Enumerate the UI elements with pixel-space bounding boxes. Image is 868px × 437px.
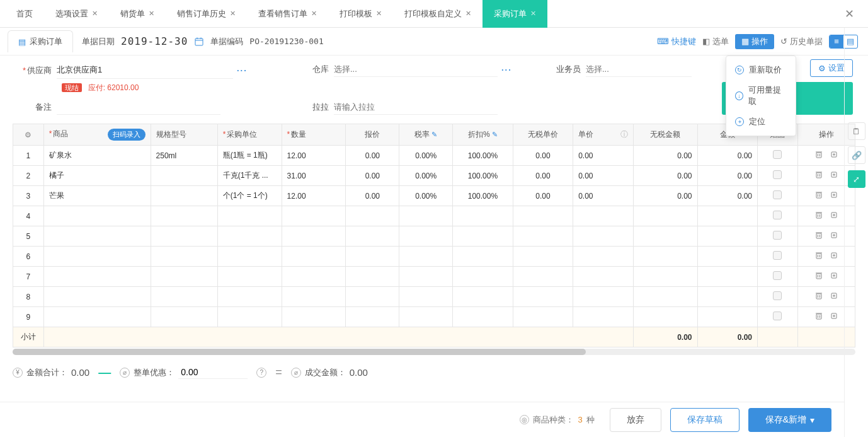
supplier-value[interactable]: 北京供应商1 <box>57 64 102 76</box>
cell-price[interactable] <box>573 307 634 327</box>
delete-row-icon[interactable] <box>814 271 823 280</box>
cell-spec[interactable] <box>151 307 217 327</box>
cell-discount[interactable] <box>453 267 513 287</box>
rail-note-icon[interactable]: 🗒 <box>848 122 865 140</box>
edit-icon[interactable]: ✎ <box>492 131 498 138</box>
delete-row-icon[interactable] <box>814 312 823 320</box>
cell-tax[interactable]: 0.00% <box>399 166 453 186</box>
cell-amount[interactable] <box>697 307 758 327</box>
col-gear[interactable]: ⚙ <box>13 124 44 146</box>
dropdown-available[interactable]: ↓可用量提取 <box>726 80 796 112</box>
col-notax-price[interactable]: 无税单价 <box>513 124 573 146</box>
cell-quote[interactable] <box>346 267 399 287</box>
gift-checkbox[interactable] <box>773 170 782 179</box>
rail-expand-icon[interactable]: ⤢ <box>848 170 865 188</box>
cell-discount[interactable] <box>453 287 513 307</box>
delete-row-icon[interactable] <box>814 150 823 159</box>
cell-discount[interactable] <box>453 226 513 247</box>
cell-spec[interactable] <box>151 206 217 226</box>
cell-gift[interactable] <box>758 206 798 226</box>
table-row[interactable]: 1矿泉水250ml瓶(1瓶 = 1瓶)12.000.000.00%100.00%… <box>13 146 855 166</box>
cell-tax[interactable] <box>399 247 453 267</box>
gift-checkbox[interactable] <box>773 231 782 240</box>
cell-price[interactable] <box>573 247 634 267</box>
remark-input[interactable] <box>57 102 220 112</box>
cell-notax-price[interactable] <box>513 267 573 287</box>
cell-unit[interactable] <box>217 307 282 327</box>
cell-tax[interactable] <box>399 206 453 226</box>
cell-quote[interactable]: 0.00 <box>346 166 399 186</box>
cell-unit[interactable] <box>217 287 282 307</box>
delete-row-icon[interactable] <box>814 170 823 179</box>
table-row[interactable]: 6 <box>13 247 855 267</box>
lala-input[interactable] <box>334 102 498 112</box>
copy-row-icon[interactable] <box>830 211 838 219</box>
cell-product[interactable]: 矿泉水 <box>43 146 151 166</box>
cell-product[interactable] <box>43 287 151 307</box>
col-spec[interactable]: 规格型号 <box>151 124 217 146</box>
table-row[interactable]: 5 <box>13 226 855 247</box>
gift-checkbox[interactable] <box>773 251 782 260</box>
close-icon[interactable]: ✕ <box>465 9 471 18</box>
tab-view-sale[interactable]: 查看销售订单✕ <box>247 0 328 28</box>
cell-notax-amount[interactable] <box>633 287 697 307</box>
calendar-icon[interactable] <box>194 37 204 47</box>
cell-gift[interactable] <box>758 267 798 287</box>
cell-quote[interactable] <box>346 206 399 226</box>
warehouse-picker-icon[interactable]: ··· <box>501 65 512 74</box>
gift-checkbox[interactable] <box>773 291 782 300</box>
cell-qty[interactable] <box>282 307 346 327</box>
gift-checkbox[interactable] <box>773 150 782 159</box>
cell-product[interactable] <box>43 267 151 287</box>
tab-purchase-order[interactable]: 采购订单✕ <box>483 0 547 28</box>
copy-row-icon[interactable] <box>830 312 838 320</box>
tab-sale-history[interactable]: 销售订单历史✕ <box>166 0 247 28</box>
cell-amount[interactable]: 0.00 <box>697 146 758 166</box>
table-row[interactable]: 7 <box>13 267 855 287</box>
copy-row-icon[interactable] <box>830 231 838 240</box>
cell-amount[interactable]: 0.00 <box>697 166 758 186</box>
cell-tax[interactable] <box>399 307 453 327</box>
discount-input[interactable] <box>178 366 248 379</box>
gift-checkbox[interactable] <box>773 211 782 219</box>
col-unit[interactable]: 采购单位 <box>217 124 282 146</box>
cell-tax[interactable] <box>399 226 453 247</box>
close-icon[interactable]: ✕ <box>92 9 98 18</box>
col-quote[interactable]: 报价 <box>346 124 399 146</box>
help-icon[interactable]: ? <box>256 368 266 378</box>
cell-amount[interactable]: 0.00 <box>697 186 758 206</box>
col-notax-amount[interactable]: 无税金额 <box>633 124 697 146</box>
cell-spec[interactable] <box>151 226 217 247</box>
date-value[interactable]: 2019-12-30 <box>121 35 188 47</box>
delete-row-icon[interactable] <box>814 211 823 219</box>
table-row[interactable]: 9 <box>13 307 855 327</box>
close-icon[interactable]: ✕ <box>376 9 382 18</box>
delete-row-icon[interactable] <box>814 190 823 199</box>
shortcut-link[interactable]: ⌨快捷键 <box>657 36 696 47</box>
cell-gift[interactable] <box>758 146 798 166</box>
copy-row-icon[interactable] <box>830 291 838 300</box>
cell-notax-amount[interactable]: 0.00 <box>633 166 697 186</box>
close-icon[interactable]: ✕ <box>311 9 317 18</box>
cell-price[interactable]: 0.00 <box>573 146 634 166</box>
save-draft-button[interactable]: 保存草稿 <box>670 408 740 432</box>
close-all-icon[interactable]: ✕ <box>836 7 863 21</box>
table-row[interactable]: 3芒果个(1个 = 1个)12.000.000.00%100.00%0.000.… <box>13 186 855 206</box>
rail-link-icon[interactable]: 🔗 <box>848 146 865 164</box>
cell-unit[interactable]: 瓶(1瓶 = 1瓶) <box>217 146 282 166</box>
cell-tax[interactable]: 0.00% <box>399 146 453 166</box>
discard-button[interactable]: 放弃 <box>610 408 661 432</box>
cell-discount[interactable]: 100.00% <box>453 186 513 206</box>
copy-row-icon[interactable] <box>830 271 838 280</box>
save-add-button[interactable]: 保存&新增▾ <box>748 408 831 432</box>
cell-spec[interactable] <box>151 287 217 307</box>
warehouse-select[interactable] <box>334 64 498 74</box>
subtab-purchase-order[interactable]: ▤ 采购订单 <box>8 30 73 52</box>
cell-qty[interactable] <box>282 206 346 226</box>
cell-product[interactable] <box>43 226 151 247</box>
salesman-select[interactable] <box>586 64 692 74</box>
table-row[interactable]: 2橘子千克(1千克 ...31.000.000.00%100.00%0.000.… <box>13 166 855 186</box>
close-icon[interactable]: ✕ <box>230 9 236 18</box>
cell-discount[interactable] <box>453 307 513 327</box>
gift-checkbox[interactable] <box>773 271 782 280</box>
